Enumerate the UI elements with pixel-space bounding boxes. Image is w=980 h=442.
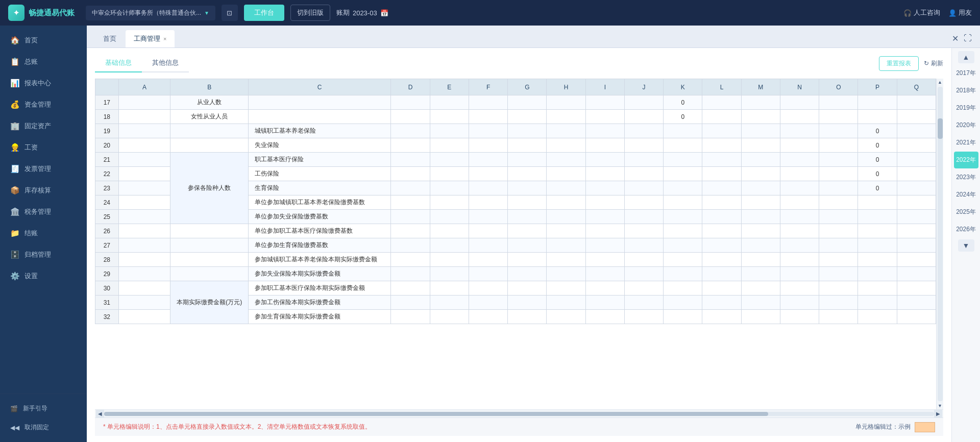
calendar-icon[interactable]: 📅	[380, 9, 388, 17]
cell-empty[interactable]	[780, 296, 819, 310]
cell-empty[interactable]	[547, 110, 585, 124]
sidebar-item-guide[interactable]: 🎬 新手引导	[0, 399, 87, 418]
cell-c[interactable]: 失业保险	[248, 138, 391, 153]
cell-empty[interactable]	[702, 238, 741, 253]
cell-empty[interactable]	[547, 253, 585, 267]
cell-empty[interactable]	[664, 138, 702, 153]
cell-empty[interactable]	[819, 195, 858, 210]
cell-empty[interactable]	[702, 95, 741, 110]
cell-a[interactable]	[118, 153, 170, 167]
cell-empty[interactable]	[391, 138, 430, 153]
cell-empty[interactable]	[741, 181, 780, 195]
cell-empty[interactable]	[780, 210, 819, 224]
tab-other-info[interactable]: 其他信息	[142, 54, 189, 72]
cell-c[interactable]: 工伤保险	[248, 167, 391, 181]
cell-q[interactable]	[897, 210, 936, 224]
cell-empty[interactable]	[780, 281, 819, 296]
cell-empty[interactable]	[391, 253, 430, 267]
cell-empty[interactable]	[391, 153, 430, 167]
cell-empty[interactable]	[391, 310, 430, 324]
cell-empty[interactable]	[547, 138, 585, 153]
cell-empty[interactable]	[469, 310, 507, 324]
vertical-scrollbar[interactable]: ▲ ▼	[936, 79, 943, 409]
cell-p-value[interactable]: 0	[858, 124, 897, 138]
cell-empty[interactable]	[624, 95, 663, 110]
cell-empty[interactable]	[585, 210, 624, 224]
cell-empty[interactable]	[391, 181, 430, 195]
cell-empty[interactable]	[702, 195, 741, 210]
sidebar-item-funds[interactable]: 💰 资金管理	[0, 94, 87, 115]
cell-empty[interactable]	[819, 95, 858, 110]
cell-empty[interactable]	[585, 153, 624, 167]
horizontal-scrollbar[interactable]: ◀ ▶	[95, 409, 943, 418]
cell-empty[interactable]	[547, 267, 585, 281]
cell-a[interactable]	[118, 95, 170, 110]
sidebar-item-assets[interactable]: 🏢 固定资产	[0, 115, 87, 137]
cell-empty[interactable]	[391, 281, 430, 296]
cell-empty[interactable]	[547, 281, 585, 296]
cell-empty[interactable]	[741, 195, 780, 210]
cell-empty[interactable]	[741, 124, 780, 138]
cell-empty[interactable]	[585, 238, 624, 253]
cell-q[interactable]	[897, 238, 936, 253]
cell-empty[interactable]	[391, 224, 430, 238]
tab-home[interactable]: 首页	[95, 30, 125, 47]
cell-a[interactable]	[118, 253, 170, 267]
cell-empty[interactable]	[664, 167, 702, 181]
cell-empty[interactable]	[780, 195, 819, 210]
cell-c[interactable]: 参加生育保险本期实际缴费金额	[248, 310, 391, 324]
cell-empty[interactable]	[741, 267, 780, 281]
year-item[interactable]: 2020年	[954, 117, 978, 134]
cell-empty[interactable]	[391, 124, 430, 138]
cell-empty[interactable]	[391, 195, 430, 210]
cell-empty[interactable]	[897, 95, 936, 110]
cell-c[interactable]: 城镇职工基本养老保险	[248, 124, 391, 138]
cell-empty[interactable]	[741, 281, 780, 296]
sidebar-item-reports[interactable]: 📊 报表中心	[0, 72, 87, 94]
cell-empty[interactable]	[819, 181, 858, 195]
cell-empty[interactable]	[702, 181, 741, 195]
cell-empty[interactable]	[508, 95, 547, 110]
cell-a[interactable]	[118, 138, 170, 153]
cell-empty[interactable]	[664, 210, 702, 224]
cell-p-value[interactable]	[858, 281, 897, 296]
cell-empty[interactable]	[741, 310, 780, 324]
cell-empty[interactable]	[430, 153, 469, 167]
cell-empty[interactable]	[469, 281, 507, 296]
cell-empty[interactable]	[391, 267, 430, 281]
cell-p-value[interactable]	[858, 253, 897, 267]
cell-empty[interactable]	[702, 153, 741, 167]
tab-basic-info[interactable]: 基础信息	[95, 54, 142, 72]
cell-empty[interactable]	[430, 124, 469, 138]
cell-empty[interactable]	[508, 296, 547, 310]
cell-empty[interactable]	[741, 296, 780, 310]
cell-empty[interactable]	[702, 110, 741, 124]
sidebar-item-salary[interactable]: 👷 工资	[0, 137, 87, 158]
scroll-left-button[interactable]: ◀	[96, 410, 104, 418]
cell-empty[interactable]	[819, 310, 858, 324]
year-prev-button[interactable]: ▲	[958, 51, 974, 63]
cell-empty[interactable]	[702, 281, 741, 296]
cell-empty[interactable]	[547, 296, 585, 310]
cell-empty[interactable]	[547, 95, 585, 110]
cell-empty[interactable]	[624, 310, 663, 324]
cell-empty[interactable]	[585, 181, 624, 195]
cell-c[interactable]: 单位参加城镇职工基本养老保险缴费基数	[248, 195, 391, 210]
cell-empty[interactable]	[819, 167, 858, 181]
cell-empty[interactable]	[819, 253, 858, 267]
cell-empty[interactable]	[391, 95, 430, 110]
cell-empty[interactable]	[391, 210, 430, 224]
user-menu[interactable]: 👤 用友	[948, 8, 972, 17]
cell-q[interactable]	[897, 138, 936, 153]
cell-empty[interactable]	[819, 153, 858, 167]
cell-empty[interactable]	[624, 124, 663, 138]
cell-empty[interactable]	[469, 124, 507, 138]
cell-c[interactable]: 生育保险	[248, 181, 391, 195]
cell-empty[interactable]	[430, 310, 469, 324]
cell-empty[interactable]	[430, 238, 469, 253]
cell-b[interactable]	[170, 267, 249, 281]
tab-business[interactable]: 工商管理 ×	[126, 30, 175, 47]
cell-empty[interactable]	[508, 181, 547, 195]
cell-empty[interactable]	[391, 238, 430, 253]
cell-empty[interactable]	[780, 110, 819, 124]
